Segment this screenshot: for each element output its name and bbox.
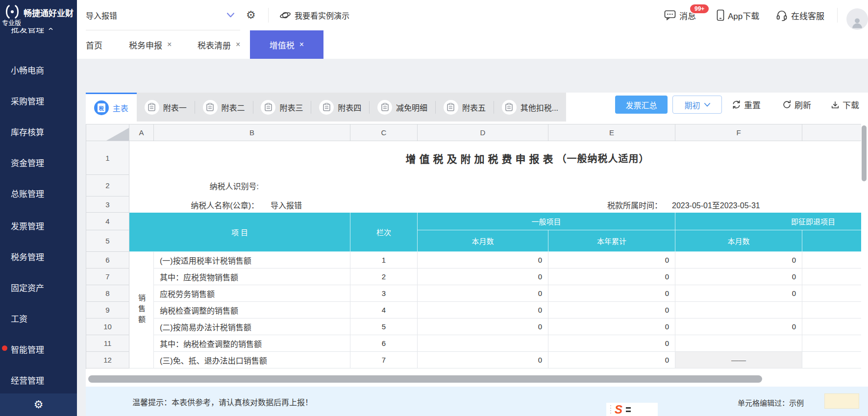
horizontal-scrollbar[interactable] [88, 375, 762, 383]
sidebar-item-business-mgmt[interactable]: 经营管理 [11, 374, 44, 386]
cell-label[interactable]: (三)免、抵、退办法出口销售额 [154, 352, 350, 368]
header-refund-items[interactable]: 即征即退项目 [675, 213, 861, 230]
header-ytd-e[interactable]: 本年累计 [548, 230, 675, 252]
header-month-f[interactable]: 本月数 [675, 230, 802, 252]
sidebar-item-ecommerce[interactable]: 小畅电商 [11, 64, 44, 76]
cell-value[interactable]: 0 [418, 352, 548, 368]
cell-value[interactable]: 0 [418, 318, 548, 335]
row-header-9[interactable]: 9 [86, 302, 129, 318]
cell-title[interactable]: 增值税及附加税费申报表（一般纳税人适用） [129, 141, 861, 175]
sheet-tab-annex2[interactable]: 附表二 [195, 93, 253, 122]
cell-label[interactable]: 应税劳务销售额 [154, 285, 350, 302]
close-icon[interactable] [299, 40, 304, 49]
demo-link[interactable]: 我要看实例演示 [279, 0, 349, 30]
close-icon[interactable] [236, 40, 240, 49]
cell-lineno[interactable]: 1 [350, 252, 418, 269]
header-gear-icon[interactable]: ⚙ [246, 0, 256, 30]
company-select[interactable]: 导入报错 [86, 0, 240, 30]
sidebar-item-ledger[interactable]: 总账管理 [11, 187, 44, 199]
col-header-C[interactable]: C [350, 124, 418, 141]
row-header-3[interactable]: 3 [86, 196, 129, 213]
download-button[interactable]: 下载 [831, 98, 859, 111]
cell-value[interactable] [802, 269, 861, 285]
tab-vat-active[interactable]: 增值税 [250, 30, 323, 59]
row-header-11[interactable]: 11 [86, 335, 129, 352]
cell-value[interactable] [675, 302, 802, 318]
cell-taxpayer-name[interactable]: 纳税人名称(公章)： 导入报错 税款所属时间： 2023-05-01至2023-… [129, 196, 861, 213]
col-header-A[interactable]: A [129, 124, 154, 141]
header-ytd-g[interactable]: 本年累计 [802, 230, 861, 252]
cell-value[interactable] [802, 335, 861, 352]
sheet-tab-annex5[interactable]: 附表五 [436, 93, 494, 122]
cell-value[interactable]: 0 [548, 285, 675, 302]
cell-taxpayer-id[interactable]: 纳税人识别号: [129, 175, 861, 196]
reset-button[interactable]: 重置 [732, 98, 761, 111]
app-download-button[interactable]: App下载 [717, 0, 759, 30]
sidebar-item-fixed-assets[interactable]: 固定资产 [11, 281, 44, 294]
row-group-sales[interactable]: 销售额 [129, 252, 154, 368]
row-header-5[interactable]: 5 [86, 230, 129, 252]
sheet-tab-annex4[interactable]: 附表四 [311, 93, 369, 122]
sidebar-item-tax[interactable]: 税务管理 [11, 250, 44, 263]
cell-value[interactable] [802, 352, 861, 368]
tab-tax-declare[interactable]: 税务申报 [129, 30, 172, 59]
cell-lineno[interactable]: 6 [350, 335, 418, 352]
header-month-d[interactable]: 本月数 [418, 230, 548, 252]
sheet-tab-main[interactable]: 税 主表 [86, 93, 137, 122]
col-header-G[interactable] [802, 124, 861, 141]
cell-value[interactable]: 0 [418, 252, 548, 269]
select-all-corner[interactable] [86, 124, 129, 141]
row-header-7[interactable]: 7 [86, 269, 129, 285]
cell-value[interactable]: 0 [548, 352, 675, 368]
row-header-4[interactable]: 4 [86, 213, 129, 230]
cell-label[interactable]: (一)按适用税率计税销售额 [154, 252, 350, 269]
col-header-D[interactable]: D [418, 124, 548, 141]
cell-value[interactable]: 0 [675, 269, 802, 285]
cell-value[interactable]: 0 [548, 269, 675, 285]
row-header-8[interactable]: 8 [86, 285, 129, 302]
cell-value[interactable] [802, 285, 861, 302]
cell-value[interactable]: 0 [548, 252, 675, 269]
sheet-tab-other-deduction[interactable]: 其他扣税... [494, 93, 566, 122]
header-general-items[interactable]: 一般项目 [418, 213, 675, 230]
invoice-summary-button[interactable]: 发票汇总 [615, 96, 668, 114]
vertical-scrollbar[interactable] [862, 125, 867, 181]
col-header-F[interactable]: F [675, 124, 802, 141]
cell-value[interactable] [418, 335, 548, 352]
cell-lineno[interactable]: 2 [350, 269, 418, 285]
sheet-tab-annex1[interactable]: 附表一 [137, 93, 195, 122]
sidebar-item-funds[interactable]: 资金管理 [11, 156, 44, 169]
header-item[interactable]: 项 目 [129, 213, 350, 252]
cell-lineno[interactable]: 3 [350, 285, 418, 302]
cell-value[interactable] [802, 318, 861, 335]
col-header-E[interactable]: E [548, 124, 675, 141]
settings-gear-icon[interactable]: ⚙ [34, 399, 44, 410]
cell-label[interactable]: 其中：应税货物销售额 [154, 269, 350, 285]
cell-lineno[interactable]: 7 [350, 352, 418, 368]
sidebar-item-invoice[interactable]: 发票管理 [11, 220, 44, 232]
cell-value-disabled[interactable]: —— [675, 352, 802, 368]
cell-label[interactable]: 其中：纳税检查调整的销售额 [154, 335, 350, 352]
cell-value[interactable] [802, 302, 861, 318]
sheet-tab-annex3[interactable]: 附表三 [253, 93, 311, 122]
sidebar-item-payroll[interactable]: 工资 [11, 312, 27, 324]
cell-value[interactable]: 0 [675, 252, 802, 269]
cell-value[interactable]: 0 [548, 318, 675, 335]
cell-label[interactable]: (二)按简易办法计税销售额 [154, 318, 350, 335]
sidebar-item-purchase[interactable]: 采购管理 [11, 95, 44, 107]
row-header-10[interactable]: 10 [86, 318, 129, 335]
cell-lineno[interactable]: 5 [350, 318, 418, 335]
row-header-6[interactable]: 6 [86, 252, 129, 269]
tab-tax-register[interactable]: 税表清册 [198, 30, 240, 59]
cell-value[interactable] [675, 335, 802, 352]
cell-label[interactable]: 纳税检查调整的销售额 [154, 302, 350, 318]
row-header-2[interactable]: 2 [86, 175, 129, 196]
close-icon[interactable] [167, 40, 172, 49]
avatar[interactable] [846, 8, 868, 30]
sidebar-item-inventory[interactable]: 库存核算 [11, 125, 44, 138]
row-header-12[interactable]: 12 [86, 352, 129, 368]
cell-value[interactable]: 0 [675, 285, 802, 302]
cell-value[interactable]: 0 [548, 335, 675, 352]
cell-lineno[interactable]: 4 [350, 302, 418, 318]
header-column-no[interactable]: 栏次 [350, 213, 418, 252]
